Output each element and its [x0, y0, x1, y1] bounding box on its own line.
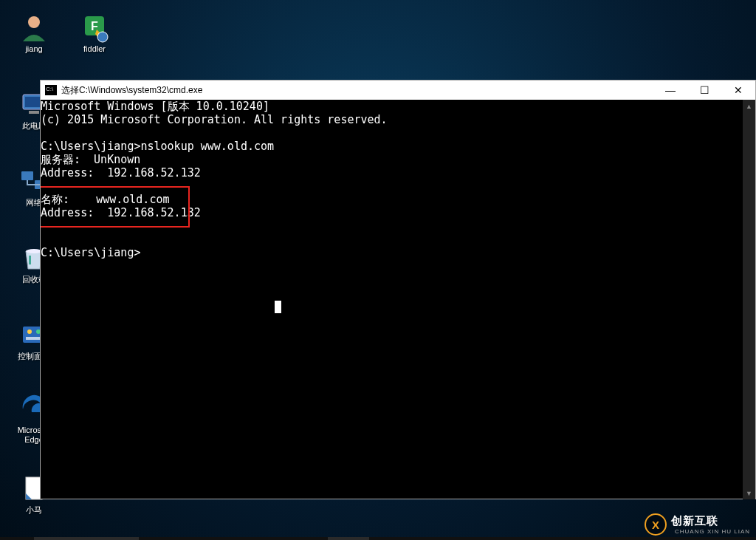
desktop-icon-label: fiddler: [72, 44, 117, 54]
svg-point-9: [27, 329, 32, 334]
minimize-button[interactable]: —: [653, 81, 687, 100]
taskbar-slot[interactable]: [328, 537, 369, 540]
svg-point-15: [97, 32, 108, 42]
cmd-window: 选择C:\Windows\system32\cmd.exe — ☐ ✕ Micr…: [40, 80, 756, 499]
terminal-line: 服务器: UnKnown: [41, 153, 755, 166]
svg-rect-3: [29, 111, 39, 114]
terminal-line: Address: 192.168.52.132: [41, 166, 755, 180]
terminal-area[interactable]: Microsoft Windows [版本 10.0.10240](c) 201…: [41, 100, 755, 499]
terminal-line: [41, 219, 755, 233]
svg-point-0: [28, 16, 40, 28]
desktop-icon-label: jiang: [12, 44, 56, 54]
user-icon: [18, 12, 49, 43]
terminal-line: [41, 180, 755, 193]
scroll-up-icon[interactable]: ▲: [743, 100, 755, 112]
watermark-text: 创新互联: [671, 514, 750, 528]
terminal-line: [41, 233, 755, 246]
svg-rect-7: [29, 256, 31, 264]
terminal-line: [41, 126, 755, 140]
terminal-line: C:\Users\jiang>: [41, 246, 755, 259]
scrollbar[interactable]: ▲ ▼: [743, 100, 755, 499]
terminal-line: 名称: www.old.com: [41, 193, 755, 206]
taskbar-slot[interactable]: [34, 537, 139, 540]
window-title: 选择C:\Windows\system32\cmd.exe: [61, 84, 202, 97]
svg-rect-4: [21, 171, 33, 180]
watermark: X 创新互联 CHUANG XIN HU LIAN: [645, 513, 750, 536]
desktop-icon-jiang[interactable]: jiang: [12, 12, 56, 54]
terminal-line: C:\Users\jiang>nslookup www.old.com: [41, 140, 755, 153]
desktop-icon-label: 小马: [12, 505, 56, 515]
watermark-badge: X: [645, 513, 667, 536]
fiddler-icon: F: [79, 12, 110, 43]
close-button[interactable]: ✕: [721, 81, 755, 100]
titlebar[interactable]: 选择C:\Windows\system32\cmd.exe — ☐ ✕: [41, 81, 755, 100]
cmd-icon: [45, 85, 57, 95]
scroll-down-icon[interactable]: ▼: [743, 487, 755, 499]
desktop-icon-fiddler[interactable]: Ffiddler: [72, 12, 117, 54]
terminal-line: (c) 2015 Microsoft Corporation. All righ…: [41, 113, 755, 126]
terminal-line: Address: 192.168.52.132: [41, 206, 755, 219]
watermark-sub: CHUANG XIN HU LIAN: [675, 528, 750, 535]
terminal-line: Microsoft Windows [版本 10.0.10240]: [41, 100, 755, 113]
maximize-button[interactable]: ☐: [687, 81, 721, 100]
terminal-cursor: [275, 301, 281, 313]
